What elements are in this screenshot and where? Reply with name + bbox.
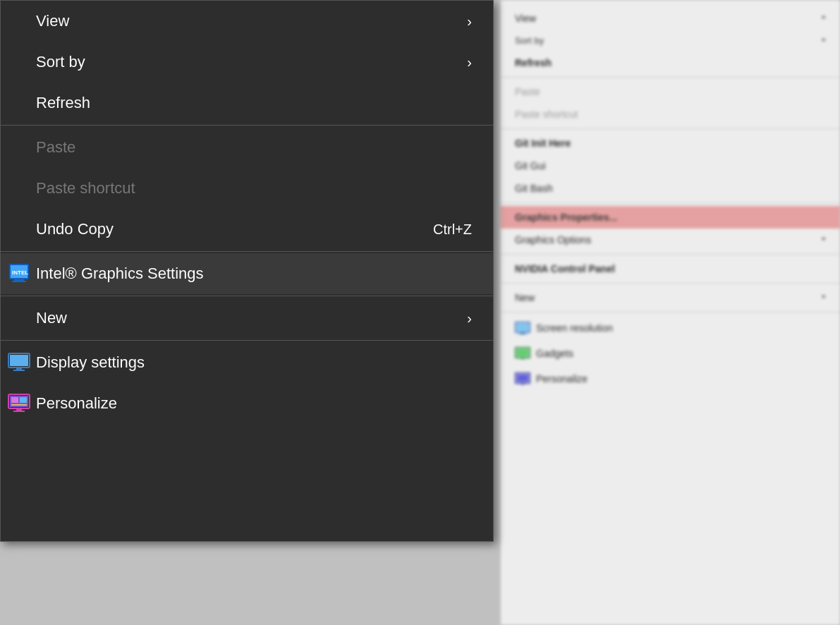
bg-divider-5 <box>501 283 840 284</box>
svg-rect-17 <box>16 368 22 370</box>
svg-rect-13 <box>12 281 26 282</box>
bg-menu-screen-resolution: Screen resolution <box>501 315 840 341</box>
menu-item-undo-copy-label: Undo Copy <box>36 220 114 238</box>
menu-item-display-settings-label: Display settings <box>36 353 145 372</box>
new-arrow-icon: › <box>467 310 472 327</box>
svg-rect-18 <box>13 370 25 371</box>
bg-menu-paste-shortcut: Paste shortcut <box>501 103 840 126</box>
personalize-bg-icon <box>515 371 530 387</box>
menu-item-paste-shortcut-label: Paste shortcut <box>36 179 135 198</box>
menu-item-refresh-label: Refresh <box>36 94 90 112</box>
display-settings-icon <box>8 351 30 374</box>
bg-menu-view: View <box>501 7 840 30</box>
divider-1 <box>1 125 493 126</box>
intel-graphics-icon: INTEL <box>8 262 30 285</box>
menu-item-view-label: View <box>36 12 69 30</box>
bg-menu-git-gui: Git Gui <box>501 154 840 177</box>
bg-menu-sort-by: Sort by <box>501 30 840 51</box>
svg-rect-1 <box>521 332 525 334</box>
svg-rect-3 <box>517 324 528 331</box>
bg-menu-graphics-properties: Graphics Properties... <box>501 206 840 229</box>
bg-menu-graphics-options: Graphics Options <box>501 229 840 251</box>
menu-item-refresh[interactable]: Refresh <box>1 83 493 123</box>
svg-rect-23 <box>11 397 18 403</box>
screen-resolution-icon <box>515 320 530 336</box>
bg-divider-1 <box>501 77 840 78</box>
menu-item-undo-copy[interactable]: Undo Copy Ctrl+Z <box>1 209 493 250</box>
svg-rect-5 <box>517 349 528 356</box>
bg-menu-nvidia: NVIDIA Control Panel <box>501 257 840 280</box>
bg-menu-git-bash: Git Bash <box>501 177 840 200</box>
menu-item-view[interactable]: View › <box>1 1 493 42</box>
divider-4 <box>1 340 493 341</box>
bg-menu-gadgets: Gadgets <box>501 341 840 366</box>
svg-rect-6 <box>521 358 525 359</box>
menu-item-personalize-label: Personalize <box>36 394 117 413</box>
bg-menu-git-init: Git Init Here <box>501 132 840 154</box>
menu-item-sort-by[interactable]: Sort by › <box>1 42 493 83</box>
svg-rect-25 <box>11 404 27 406</box>
sort-by-arrow-icon: › <box>467 54 472 71</box>
menu-item-intel-graphics-label: Intel® Graphics Settings <box>36 265 204 283</box>
personalize-icon <box>8 392 30 415</box>
bg-menu-paste: Paste <box>501 80 840 103</box>
menu-item-paste: Paste <box>1 127 493 168</box>
gadgets-icon <box>515 346 530 361</box>
menu-item-paste-label: Paste <box>36 138 75 157</box>
svg-rect-2 <box>518 334 527 334</box>
menu-item-paste-shortcut: Paste shortcut <box>1 168 493 209</box>
svg-rect-8 <box>517 375 528 382</box>
undo-copy-shortcut: Ctrl+Z <box>433 222 472 238</box>
divider-2 <box>1 251 493 252</box>
menu-item-new[interactable]: New › <box>1 298 493 339</box>
svg-rect-12 <box>14 279 24 281</box>
bg-divider-3 <box>501 202 840 203</box>
svg-rect-21 <box>16 408 22 411</box>
divider-3 <box>1 296 493 296</box>
menu-item-personalize[interactable]: Personalize <box>1 383 493 424</box>
svg-rect-16 <box>10 355 28 366</box>
view-arrow-icon: › <box>467 13 472 30</box>
dark-context-menu: View › Sort by › Refresh Paste Paste sho… <box>0 0 494 542</box>
bg-menu-new: New <box>501 286 840 309</box>
bg-divider-6 <box>501 312 840 312</box>
bg-divider-2 <box>501 128 840 129</box>
svg-rect-22 <box>13 411 25 412</box>
menu-item-display-settings[interactable]: Display settings <box>1 342 493 383</box>
background-context-menu: View Sort by Refresh Paste Paste shortcu… <box>501 0 840 625</box>
bg-menu-refresh: Refresh <box>501 51 840 74</box>
svg-text:INTEL: INTEL <box>12 269 28 276</box>
bg-menu-personalize-bg: Personalize <box>501 366 840 392</box>
menu-item-intel-graphics[interactable]: INTEL Intel® Graphics Settings <box>1 253 493 294</box>
menu-item-new-label: New <box>36 309 67 327</box>
svg-rect-24 <box>20 397 27 403</box>
menu-item-sort-by-label: Sort by <box>36 53 85 71</box>
bg-divider-4 <box>501 254 840 255</box>
svg-rect-9 <box>521 383 525 384</box>
